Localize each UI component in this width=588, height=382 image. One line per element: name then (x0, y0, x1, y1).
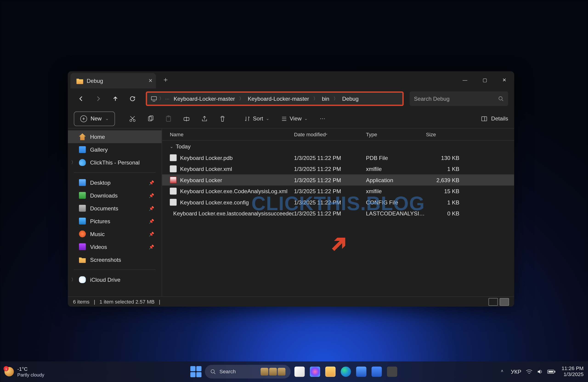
breadcrumb[interactable]: bin (319, 96, 332, 102)
more-button[interactable]: ⋯ (315, 111, 330, 126)
sidebar-item-label: Home (90, 134, 105, 140)
col-name[interactable]: Name (170, 131, 294, 137)
sidebar-item-videos[interactable]: Videos📌 (68, 240, 162, 253)
file-type: LASTCODEANALYSISSU… (366, 210, 426, 216)
language-indicator[interactable]: УКР (511, 368, 521, 375)
annotation-arrow: ➔ (323, 227, 354, 259)
task-view-button[interactable] (293, 365, 306, 378)
file-date: 1/3/2025 11:22 PM (294, 154, 366, 161)
col-date[interactable]: Date modified⌄ (294, 131, 366, 137)
rename-button[interactable] (179, 111, 194, 126)
file-size: 0 KB (426, 210, 464, 216)
sidebar-item-label: Music (90, 230, 105, 237)
tray-icons[interactable]: УКР (511, 368, 556, 375)
up-button[interactable] (108, 91, 123, 106)
svg-rect-13 (554, 371, 555, 372)
sidebar-item-music[interactable]: Music📌 (68, 227, 162, 240)
file-icon (170, 188, 177, 194)
breadcrumb[interactable]: Debug (340, 96, 361, 102)
close-button[interactable]: ✕ (495, 71, 514, 88)
weather-icon (4, 367, 14, 376)
address-bar[interactable]: 〉 ⋯ Keyboard-Locker-master 〉 Keyboard-Lo… (146, 91, 404, 106)
doc-icon (79, 205, 86, 211)
back-button[interactable] (74, 91, 88, 106)
sidebar-item-gallery[interactable]: Gallery (68, 143, 162, 156)
file-icon (170, 165, 177, 172)
temperature: -1°C (17, 366, 44, 372)
sidebar-item-documents[interactable]: Documents📌 (68, 202, 162, 214)
svg-point-2 (130, 119, 132, 121)
chevron-down-icon: ⌄ (304, 116, 308, 121)
minimize-button[interactable]: — (455, 71, 475, 88)
file-row[interactable]: Keyboard Locker.exe.lastcodeanalysissucc… (162, 208, 514, 219)
wifi-icon[interactable] (525, 368, 532, 374)
battery-icon[interactable] (547, 369, 556, 374)
col-type[interactable]: Type (366, 131, 426, 137)
folder-icon (77, 77, 83, 84)
file-row[interactable]: Keyboard Locker.pdb1/3/2025 11:22 PMPDB … (162, 152, 514, 163)
file-explorer-taskbar-icon[interactable] (324, 365, 337, 378)
file-row[interactable]: Keyboard Locker.exe.CodeAnalysisLog.xml1… (162, 185, 514, 196)
file-type: xmlfile (366, 188, 426, 194)
file-row[interactable]: Keyboard Locker1/3/2025 11:22 PMApplicat… (162, 174, 514, 185)
file-type: Application (366, 177, 426, 183)
sidebar-item-pictures[interactable]: Pictures📌 (68, 214, 162, 227)
view-switcher (488, 298, 509, 306)
pin-icon: 📌 (149, 219, 154, 224)
sidebar-item-label: Videos (90, 243, 107, 250)
breadcrumb[interactable]: Keyboard-Locker-master (171, 96, 237, 102)
clock[interactable]: 11:26 PM 1/3/2025 (562, 366, 584, 377)
down-icon (79, 192, 86, 199)
sidebar-item-desktop[interactable]: Desktop📌 (68, 176, 162, 189)
file-row[interactable]: Keyboard Locker.exe.config1/3/2025 11:22… (162, 197, 514, 208)
file-row[interactable]: Keyboard Locker.xml1/3/2025 11:22 PMxmlf… (162, 163, 514, 174)
sidebar-item-downloads[interactable]: Downloads📌 (68, 189, 162, 202)
tray-overflow-icon[interactable]: ＾ (500, 368, 505, 375)
tab-debug[interactable]: Debug ✕ (70, 73, 156, 88)
new-tab-button[interactable]: ＋ (162, 75, 169, 84)
paste-button[interactable] (161, 111, 176, 126)
new-button[interactable]: + New ⌄ (74, 111, 115, 126)
sidebar-item-screenshots[interactable]: Screenshots (68, 253, 162, 266)
selection-info: 1 item selected 2.57 MB (100, 299, 155, 305)
sidebar-item-clickthis-personal[interactable]: 〉ClickThis - Personal (68, 156, 162, 169)
system-tray: ＾ УКР 11:26 PM 1/3/2025 (500, 366, 583, 377)
cut-button[interactable] (125, 111, 140, 126)
thumbnails-view-icon[interactable] (500, 298, 509, 306)
svg-point-1 (499, 96, 502, 100)
sidebar-item-icloud-drive[interactable]: 〉iCloud Drive (68, 273, 162, 286)
search-icon (210, 368, 216, 374)
tab-close-icon[interactable]: ✕ (148, 77, 153, 83)
taskbar-search[interactable]: Search (205, 365, 291, 379)
copy-button[interactable] (143, 111, 158, 126)
breadcrumb[interactable]: Keyboard-Locker-master (245, 96, 312, 102)
col-size[interactable]: Size (426, 131, 464, 137)
app-taskbar-icon[interactable] (386, 365, 399, 378)
vid-icon (79, 243, 86, 250)
group-header[interactable]: ⌄ Today (162, 140, 514, 152)
file-date: 1/3/2025 11:22 PM (294, 177, 366, 183)
delete-button[interactable] (215, 111, 230, 126)
nav-row: 〉 ⋯ Keyboard-Locker-master 〉 Keyboard-Lo… (68, 88, 514, 109)
details-view-icon[interactable] (488, 298, 498, 306)
copilot-button[interactable] (309, 365, 321, 378)
edge-taskbar-icon[interactable] (339, 365, 352, 378)
sidebar-item-home[interactable]: Home (68, 130, 162, 143)
details-toggle[interactable]: Details (481, 115, 508, 122)
start-button[interactable] (189, 365, 202, 378)
ellipsis-icon[interactable]: ⋯ (165, 96, 169, 101)
store-taskbar-icon[interactable] (355, 365, 368, 378)
search-box[interactable]: Search Debug (410, 91, 508, 106)
view-button[interactable]: View ⌄ (277, 115, 312, 122)
chevron-right-icon: 〉 (71, 277, 76, 283)
refresh-button[interactable] (125, 91, 140, 106)
sort-button[interactable]: Sort ⌄ (240, 115, 273, 122)
toolbar: + New ⌄ Sort ⌄ View ⌄ ⋯ (68, 109, 514, 129)
forward-button[interactable] (91, 91, 105, 106)
outlook-taskbar-icon[interactable] (370, 365, 383, 378)
share-button[interactable] (197, 111, 212, 126)
weather-widget[interactable]: -1°C Partly cloudy (4, 366, 44, 377)
chevron-down-icon: ⌄ (105, 116, 109, 121)
maximize-button[interactable]: ▢ (475, 71, 495, 88)
volume-icon[interactable] (537, 368, 543, 374)
